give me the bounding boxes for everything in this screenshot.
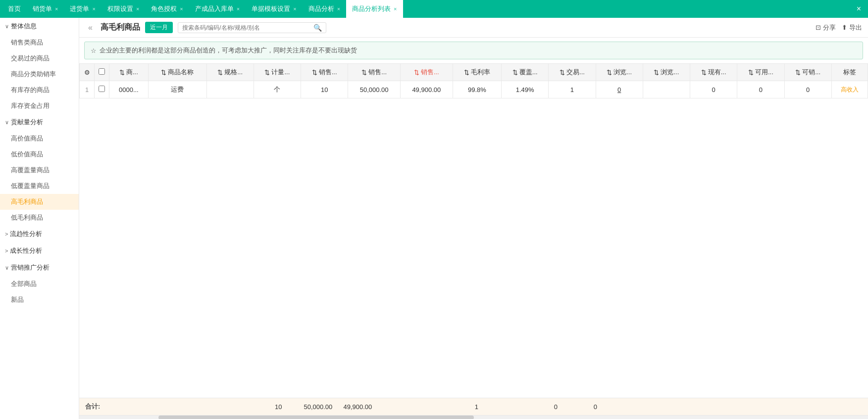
sidebar-item-low-margin[interactable]: 低毛利商品	[0, 210, 79, 226]
sidebar-item-all-goods[interactable]: 全部商品	[0, 276, 79, 292]
row-coverage: 1.49%	[502, 81, 549, 98]
row-sales-amount: 50,000.00	[348, 81, 401, 98]
col-spec[interactable]: ⇅规格...	[206, 64, 254, 81]
sidebar-item-high-margin[interactable]: 高毛利商品	[0, 194, 79, 210]
sidebar-item-category-rate[interactable]: 商品分类助销率	[0, 66, 79, 82]
nav-item-analysis-list[interactable]: 商品分析列表 ×	[346, 0, 403, 18]
close-icon[interactable]: ×	[55, 6, 58, 12]
sidebar: ∨ 整体信息 销售类商品 交易过的商品 商品分类助销率 有库存的商品 库存资金占…	[0, 18, 79, 419]
row-unit: 个	[254, 81, 301, 98]
content-area: « 高毛利商品 近一月 🔍 ⊡ 分享 ⬆ 导出 ☆ 企业的主要的利润都是这部	[79, 18, 868, 419]
footer-bar: 合计: 10 50,000.00 49,900.00 1 0 0	[79, 398, 868, 415]
page-title: 高毛利商品	[101, 22, 140, 33]
footer-sales-profit: 49,900.00	[338, 403, 377, 411]
row-sales-profit: 49,900.00	[400, 81, 453, 98]
horizontal-scrollbar[interactable]	[79, 415, 868, 419]
close-icon[interactable]: ×	[293, 6, 296, 12]
col-code[interactable]: ⇅商...	[109, 64, 149, 81]
chevron-down-icon: ∨	[5, 265, 9, 271]
col-current-stock[interactable]: ⇅现有...	[690, 64, 737, 81]
footer-transaction: 1	[457, 403, 496, 411]
window-close-button[interactable]: ×	[852, 4, 866, 13]
select-all-checkbox[interactable]	[99, 68, 105, 75]
search-icon[interactable]: 🔍	[313, 24, 322, 32]
sidebar-item-new-products[interactable]: 新品	[0, 292, 79, 308]
sidebar-item-stock-capital[interactable]: 库存资金占用	[0, 98, 79, 114]
row-browse2	[643, 81, 690, 98]
sidebar-item-low-value[interactable]: 低价值商品	[0, 146, 79, 162]
share-icon: ⊡	[816, 24, 821, 31]
top-nav: 首页 销货单 × 进货单 × 权限设置 × 角色授权 × 产成品入库单 × 单据…	[0, 0, 868, 18]
table-row: 1 0000... 运费 个 10 50,000.00 49,900.00 99…	[80, 81, 868, 98]
row-saleable: 0	[784, 81, 831, 98]
chevron-down-icon: ∨	[5, 119, 9, 126]
col-saleable[interactable]: ⇅可销...	[784, 64, 831, 81]
col-available[interactable]: ⇅可用...	[737, 64, 784, 81]
col-name[interactable]: ⇅商品名称	[148, 64, 206, 81]
sidebar-group-overall[interactable]: ∨ 整体信息	[0, 18, 79, 35]
nav-item-roles[interactable]: 角色授权 ×	[145, 0, 189, 18]
nav-item-purchase[interactable]: 进货单 ×	[64, 0, 101, 18]
chevron-down-icon: ∨	[5, 23, 9, 30]
footer-available: 0	[575, 403, 615, 411]
nav-item-home[interactable]: 首页	[2, 0, 27, 18]
data-table: ⚙ ⇅商... ⇅商品名称 ⇅规格... ⇅计量... ⇅销售... ⇅销售..…	[79, 63, 868, 98]
row-tag: 高收入	[831, 81, 868, 98]
row-code: 0000...	[109, 81, 149, 98]
search-input[interactable]	[182, 24, 313, 31]
sidebar-group-trend[interactable]: > 流趋性分析	[0, 226, 79, 242]
footer-label: 合计:	[85, 402, 100, 411]
close-icon[interactable]: ×	[237, 6, 240, 12]
sidebar-item-low-coverage[interactable]: 低覆盖量商品	[0, 178, 79, 194]
close-icon[interactable]: ×	[136, 6, 139, 12]
col-checkbox[interactable]	[95, 64, 109, 81]
col-browse2[interactable]: ⇅浏览...	[643, 64, 690, 81]
sidebar-group-growth[interactable]: > 成长性分析	[0, 242, 79, 259]
col-gross-margin[interactable]: ⇅毛利率	[453, 64, 501, 81]
sidebar-item-sales-goods[interactable]: 销售类商品	[0, 35, 79, 50]
share-button[interactable]: ⊡ 分享	[816, 23, 836, 32]
header-actions: ⊡ 分享 ⬆ 导出	[816, 23, 862, 32]
col-sales-qty[interactable]: ⇅销售...	[301, 64, 348, 81]
row-name: 运费	[148, 81, 206, 98]
col-settings[interactable]: ⚙	[80, 64, 95, 81]
close-icon[interactable]: ×	[394, 6, 397, 12]
nav-item-permissions[interactable]: 权限设置 ×	[102, 0, 145, 18]
col-browse1[interactable]: ⇅浏览...	[596, 64, 643, 81]
time-filter-button[interactable]: 近一月	[145, 22, 173, 33]
sidebar-item-high-value[interactable]: 高价值商品	[0, 131, 79, 146]
info-bar: ☆ 企业的主要的利润都是这部分商品创造的，可考虑加大推广，同时关注库存是不要出现…	[84, 42, 863, 59]
export-button[interactable]: ⬆ 导出	[842, 23, 862, 32]
nav-item-analysis[interactable]: 商品分析 ×	[303, 0, 346, 18]
row-checkbox[interactable]	[95, 81, 109, 98]
close-icon[interactable]: ×	[180, 6, 183, 12]
col-unit[interactable]: ⇅计量...	[254, 64, 301, 81]
row-available: 0	[737, 81, 784, 98]
collapse-sidebar-button[interactable]: «	[85, 22, 96, 33]
nav-item-sales[interactable]: 销货单 ×	[27, 0, 64, 18]
nav-item-template[interactable]: 单据模板设置 ×	[246, 0, 302, 18]
close-icon[interactable]: ×	[92, 6, 95, 12]
info-icon: ☆	[91, 47, 97, 54]
col-sales-amount[interactable]: ⇅销售...	[348, 64, 401, 81]
sidebar-item-high-coverage[interactable]: 高覆盖量商品	[0, 162, 79, 178]
scrollbar-thumb[interactable]	[158, 416, 474, 419]
sidebar-item-traded-goods[interactable]: 交易过的商品	[0, 50, 79, 66]
col-transaction[interactable]: ⇅交易...	[549, 64, 596, 81]
search-box: 🔍	[178, 22, 326, 33]
row-gross-margin: 99.8%	[453, 81, 501, 98]
sidebar-group-marketing[interactable]: ∨ 营销推广分析	[0, 259, 79, 276]
sidebar-group-contribution[interactable]: ∨ 贡献量分析	[0, 114, 79, 131]
content-header: « 高毛利商品 近一月 🔍 ⊡ 分享 ⬆ 导出	[79, 18, 868, 38]
main-container: ∨ 整体信息 销售类商品 交易过的商品 商品分类助销率 有库存的商品 库存资金占…	[0, 18, 868, 419]
sidebar-item-in-stock[interactable]: 有库存的商品	[0, 82, 79, 98]
col-tag[interactable]: 标签	[831, 64, 868, 81]
nav-item-product-inbound[interactable]: 产成品入库单 ×	[189, 0, 246, 18]
row-browse1[interactable]: 0	[596, 81, 643, 98]
row-spec	[206, 81, 254, 98]
col-sales-profit[interactable]: ⇅销售...	[400, 64, 453, 81]
row-current-stock: 0	[690, 81, 737, 98]
footer-current-stock: 0	[536, 403, 575, 411]
col-coverage[interactable]: ⇅覆盖...	[502, 64, 549, 81]
close-icon[interactable]: ×	[337, 6, 340, 12]
